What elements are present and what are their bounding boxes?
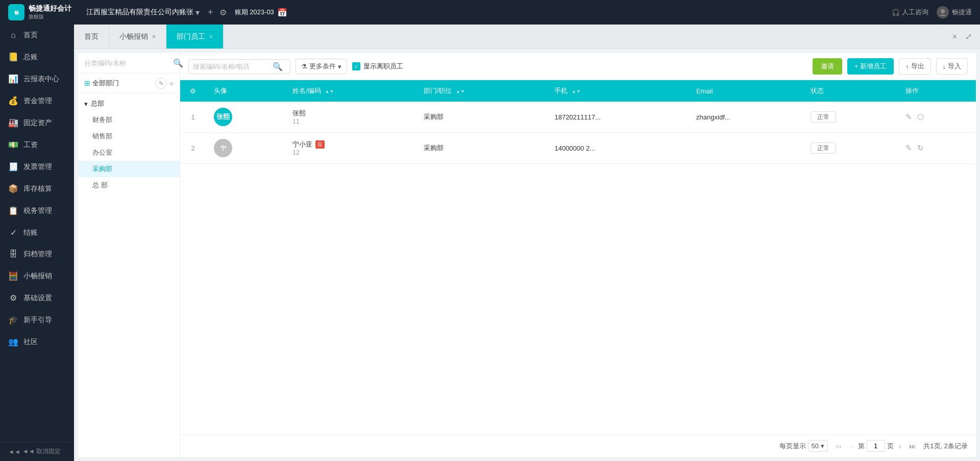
show-resigned-toggle[interactable]: ✓ 显示离职员工 [352, 62, 403, 71]
export-button[interactable]: ↑ 导出 [899, 58, 931, 75]
tab-close-all-button[interactable]: × [950, 30, 959, 43]
row2-actions: ✎ ↻ [897, 133, 976, 164]
row2-edit-button[interactable]: ✎ [905, 143, 912, 153]
sidebar-item-home[interactable]: ⌂ 首页 [0, 25, 74, 46]
app-title: 畅捷通好会计 [29, 4, 71, 13]
sidebar-item-settlement[interactable]: ✓ 结账 [0, 222, 74, 244]
col-phone[interactable]: 手机 ▲▼ [546, 80, 688, 102]
sidebar-item-fixed-assets[interactable]: 🏭 固定资产 [0, 112, 74, 134]
tab-expense-close[interactable]: × [152, 33, 156, 40]
sidebar-label-inventory: 库存核算 [23, 184, 52, 193]
tab-expand-button[interactable]: ⤢ [963, 30, 974, 43]
col-name-code[interactable]: 姓名/编码 ▲▼ [284, 80, 415, 102]
search-icon[interactable]: 🔍 [273, 62, 283, 71]
tab-dept-employee[interactable]: 部门员工 × [166, 25, 224, 48]
dept-edit-button[interactable]: ✎ [155, 78, 166, 89]
employee-search-input[interactable] [193, 63, 270, 70]
row1-num: 1 [180, 102, 206, 133]
page-size-dropdown[interactable]: 50 ▾ [808, 440, 828, 452]
prev-page-button[interactable]: ‹ [847, 441, 856, 451]
dept-node-purchase[interactable]: 采购部 [78, 161, 180, 177]
sidebar-item-community[interactable]: 👥 社区 [0, 331, 74, 353]
sidebar: ⌂ 首页 📒 总账 📊 云报表中心 💰 资金管理 🏭 固定资产 💵 工资 [0, 25, 74, 461]
dept-node-finance[interactable]: 财务部 [78, 112, 180, 128]
dept-all-button[interactable]: ⊞ 全部部门 [84, 79, 152, 88]
row1-edit-button[interactable]: ✎ [905, 112, 912, 122]
dept-node-office[interactable]: 办公室 [78, 144, 180, 161]
name-sort-arrows: ▲▼ [325, 89, 334, 94]
svg-point-2 [941, 9, 945, 13]
last-page-button[interactable]: ⏭ [906, 441, 919, 451]
dept-sort-arrows: ▲▼ [456, 89, 465, 94]
row1-phone: 18720211117... [546, 102, 688, 133]
content-area: 首页 小畅报销 × 部门员工 × × ⤢ 🔍 [74, 25, 980, 461]
calendar-icon[interactable]: 📅 [277, 8, 287, 17]
import-button[interactable]: ↓ 导入 [936, 58, 968, 75]
page-input[interactable] [867, 440, 885, 452]
sidebar-item-fund-management[interactable]: 💰 资金管理 [0, 90, 74, 112]
user-menu[interactable]: 畅捷通 [937, 6, 972, 18]
company-dropdown-icon[interactable]: ▾ [195, 8, 200, 17]
next-page-button[interactable]: › [896, 441, 904, 451]
sidebar-item-inventory[interactable]: 📦 库存核算 [0, 178, 74, 200]
row2-delete-button[interactable]: ↻ [917, 143, 924, 153]
resigned-checkbox[interactable]: ✓ [352, 62, 360, 70]
row2-num: 2 [180, 133, 206, 164]
row2-name-code: 宁小亚 应 12 [284, 133, 415, 164]
dept-node-sales[interactable]: 销售部 [78, 128, 180, 144]
page-size-arrow: ▾ [821, 442, 824, 450]
sidebar-label-settlement: 结账 [23, 228, 38, 237]
invite-button[interactable]: 邀请 [813, 58, 842, 75]
tab-home[interactable]: 首页 [74, 25, 109, 48]
row2-dept: 采购部 [415, 133, 547, 164]
settings-icon[interactable]: ⚙ [219, 8, 227, 17]
company-name: 江西服宝精品有限责任公司内账张 [86, 8, 193, 17]
tab-dept-close[interactable]: × [209, 33, 213, 40]
col-status: 状态 [802, 80, 897, 102]
add-employee-button[interactable]: + 新增员工 [847, 58, 894, 75]
dept-panel: 🔍 ⊞ 全部部门 ✎ « ▾ 总部 财务部 [78, 53, 180, 457]
sidebar-label-guide: 新手引导 [23, 316, 52, 325]
add-company-button[interactable]: + [208, 7, 213, 18]
sidebar-item-payroll[interactable]: 💵 工资 [0, 134, 74, 156]
sidebar-item-basic-settings[interactable]: ⚙ 基础设置 [0, 287, 74, 309]
col-dept-position[interactable]: 部门/职位 ▲▼ [415, 80, 547, 102]
first-page-button[interactable]: ⏮ [832, 441, 845, 451]
logo-icon: 畅 [8, 4, 24, 20]
row2-avatar: 宁 [214, 139, 232, 157]
row2-avatar-cell: 宁 [206, 133, 284, 164]
import-icon: ↓ [943, 63, 946, 70]
row1-logout-button[interactable]: ⬡ [917, 112, 924, 122]
cancel-fixed-button[interactable]: ◄◄ ◄◄ 取消固定 [0, 442, 74, 461]
sidebar-item-invoice[interactable]: 🧾 发票管理 [0, 156, 74, 178]
sidebar-label-ledger: 总账 [23, 53, 38, 62]
col-email: Email [688, 80, 802, 102]
dept-node-zongbu[interactable]: ▾ 总部 [78, 95, 180, 112]
sidebar-item-archive[interactable]: 🗄 归档管理 [0, 244, 74, 265]
sidebar-item-xiao-chang[interactable]: 🧮 小畅报销 [0, 265, 74, 287]
sidebar-item-cloud-reports[interactable]: 📊 云报表中心 [0, 68, 74, 90]
export-icon: ↑ [905, 63, 909, 70]
customer-service-button[interactable]: 🎧 人工咨询 [892, 8, 928, 17]
cloud-reports-icon: 📊 [8, 74, 18, 84]
row1-actions: ✎ ⬡ [897, 102, 976, 133]
row2-status: 正常 [802, 133, 897, 164]
tab-xiao-chang-expense[interactable]: 小畅报销 × [109, 25, 166, 48]
guide-icon: 🎓 [8, 315, 18, 325]
dept-node-headquarters[interactable]: 总 部 [78, 177, 180, 193]
more-filter-button[interactable]: ⚗ 更多条件 ▾ [296, 59, 347, 74]
sidebar-item-new-guide[interactable]: 🎓 新手引导 [0, 309, 74, 331]
page-suffix: 页 [887, 442, 894, 451]
sidebar-scroll: ⌂ 首页 📒 总账 📊 云报表中心 💰 资金管理 🏭 固定资产 💵 工资 [0, 25, 74, 442]
assets-icon: 🏭 [8, 118, 18, 128]
dept-node-headquarters-label: 总 部 [92, 181, 108, 190]
main-layout: ⌂ 首页 📒 总账 📊 云报表中心 💰 资金管理 🏭 固定资产 💵 工资 [0, 25, 980, 461]
dept-collapse-icon[interactable]: « [169, 79, 174, 87]
filter-icon: ⚗ [301, 63, 307, 70]
cancel-fixed-label: ◄◄ 取消固定 [22, 447, 61, 456]
col-settings[interactable]: ⚙ [180, 80, 206, 102]
dept-arrow-down: ▾ [84, 100, 88, 108]
sidebar-item-tax[interactable]: 📋 税务管理 [0, 200, 74, 222]
sidebar-item-general-ledger[interactable]: 📒 总账 [0, 46, 74, 68]
dept-search-input[interactable] [84, 59, 170, 67]
